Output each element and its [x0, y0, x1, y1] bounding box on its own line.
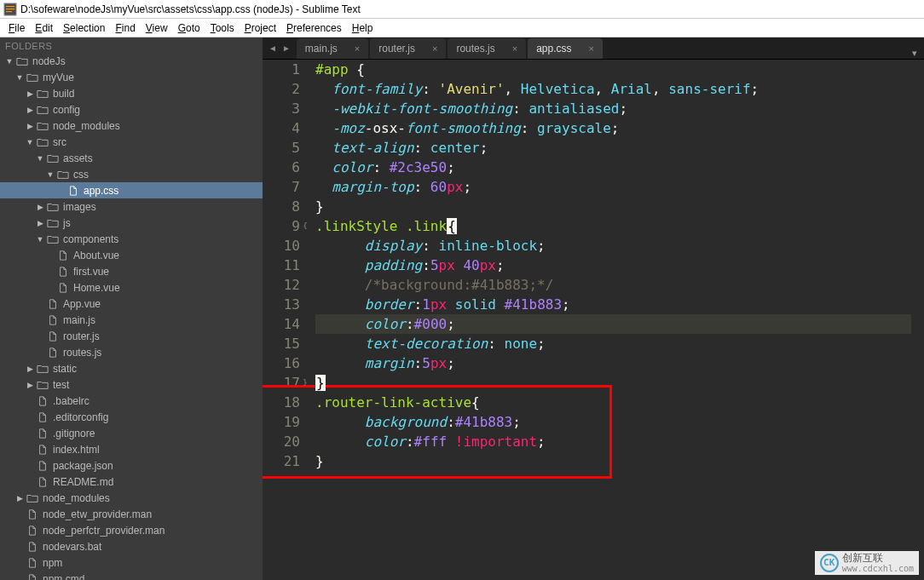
tree-folder-config[interactable]: ▶config: [0, 101, 263, 118]
tree-folder-images[interactable]: ▶images: [0, 198, 263, 215]
fold-marker-icon[interactable]: }: [300, 376, 310, 388]
tree-file-routes-js[interactable]: routes.js: [0, 344, 263, 360]
tree-folder-test[interactable]: ▶test: [0, 376, 263, 393]
code-line[interactable]: .router-link-active{: [315, 393, 911, 412]
tab-overflow-icon[interactable]: ▾: [905, 48, 924, 59]
code-line[interactable]: }: [315, 451, 911, 471]
tree-folder-build[interactable]: ▶build: [0, 85, 263, 101]
menu-selection[interactable]: Selection: [58, 20, 110, 36]
close-icon[interactable]: ×: [355, 43, 360, 54]
tree-file-npm[interactable]: npm: [0, 554, 263, 571]
folder-icon: [36, 121, 49, 131]
tab-app-css[interactable]: app.css×: [528, 38, 603, 59]
tree-file--babelrc[interactable]: .babelrc: [0, 393, 263, 409]
close-icon[interactable]: ×: [589, 43, 594, 54]
tree-arrow-icon[interactable]: ▼: [46, 170, 55, 179]
close-icon[interactable]: ×: [512, 43, 517, 54]
tree-arrow-icon[interactable]: ▶: [15, 494, 24, 502]
tree-folder-js[interactable]: ▶js: [0, 215, 263, 231]
tree-file-first-vue[interactable]: first.vue: [0, 263, 263, 279]
code-line[interactable]: color: #2c3e50;: [315, 158, 911, 177]
tab-next-icon[interactable]: ►: [280, 43, 293, 53]
watermark: CK 创新互联 www.cdcxhl.com: [815, 551, 919, 575]
tree-file--editorconfig[interactable]: .editorconfig: [0, 409, 263, 425]
code-line[interactable]: text-align: center;: [315, 138, 911, 158]
folder-icon: [56, 169, 70, 180]
code-line[interactable]: }: [315, 197, 911, 216]
tree-folder-nodejs[interactable]: ▼nodeJs: [0, 53, 263, 69]
tree-folder-components[interactable]: ▼components: [0, 231, 263, 247]
tree-arrow-icon[interactable]: ▼: [26, 138, 34, 146]
tree-file-app-css[interactable]: app.css: [0, 182, 263, 198]
tree-file-main-js[interactable]: main.js: [0, 312, 263, 328]
tree-file-package-json[interactable]: package.json: [0, 457, 263, 474]
tree-folder-node-modules[interactable]: ▶node_modules: [0, 118, 263, 134]
tree-folder-static[interactable]: ▶static: [0, 360, 263, 376]
code-line[interactable]: text-decoration: none;: [315, 334, 911, 353]
code-line[interactable]: margin-top: 60px;: [315, 177, 911, 197]
code-line[interactable]: }}: [315, 373, 911, 393]
tree-arrow-icon[interactable]: ▼: [36, 235, 44, 244]
tree-file-home-vue[interactable]: Home.vue: [0, 279, 263, 296]
tree-file-readme-md[interactable]: README.md: [0, 474, 263, 490]
tree-arrow-icon[interactable]: ▶: [26, 106, 34, 114]
tree-file-index-html[interactable]: index.html: [0, 441, 263, 457]
tree-arrow-icon[interactable]: ▶: [26, 365, 34, 373]
tree-file-node-perfctr-provider-man[interactable]: node_perfctr_provider.man: [0, 522, 263, 538]
tree-folder-src[interactable]: ▼src: [0, 134, 263, 150]
tab-routes-js[interactable]: routes.js×: [448, 38, 526, 59]
menu-goto[interactable]: Goto: [173, 20, 205, 36]
tree-file-npm-cmd[interactable]: npm.cmd: [0, 571, 263, 580]
code-line[interactable]: font-family: 'Avenir', Helvetica, Arial,…: [315, 79, 911, 99]
code-line[interactable]: color:#fff !important;: [315, 432, 911, 451]
tab-prev-icon[interactable]: ◄: [266, 43, 280, 53]
tree-arrow-icon[interactable]: ▶: [26, 381, 34, 389]
tree-file-app-vue[interactable]: App.vue: [0, 296, 263, 312]
menu-view[interactable]: View: [141, 20, 173, 36]
tree-arrow-icon[interactable]: ▶: [26, 89, 34, 98]
tree-arrow-icon[interactable]: ▼: [15, 73, 24, 82]
tree-arrow-icon[interactable]: ▶: [36, 219, 44, 227]
tree-arrow-icon[interactable]: ▼: [36, 154, 44, 163]
close-icon[interactable]: ×: [432, 43, 437, 54]
tree-folder-myvue[interactable]: ▼myVue: [0, 69, 263, 85]
menu-project[interactable]: Project: [240, 20, 281, 36]
code-line[interactable]: background:#41b883;: [315, 412, 911, 432]
code-line[interactable]: border:1px solid #41b883;: [315, 295, 911, 314]
tree-file-node-etw-provider-man[interactable]: node_etw_provider.man: [0, 506, 263, 522]
tree-file--gitignore[interactable]: .gitignore: [0, 425, 263, 441]
menu-help[interactable]: Help: [347, 20, 378, 36]
tree-file-router-js[interactable]: router.js: [0, 328, 263, 344]
code-area[interactable]: #app { font-family: 'Avenir', Helvetica,…: [309, 60, 911, 580]
code-line[interactable]: #app {: [315, 60, 911, 79]
code-line[interactable]: -webkit-font-smoothing: antialiased;: [315, 99, 911, 118]
code-line[interactable]: -moz-osx-font-smoothing: grayscale;: [315, 118, 911, 138]
fold-marker-icon[interactable]: {: [300, 220, 310, 232]
code-line[interactable]: color:#000;: [315, 314, 911, 334]
tree-folder-node-modules[interactable]: ▶node_modules: [0, 490, 263, 506]
tree-folder-assets[interactable]: ▼assets: [0, 150, 263, 166]
file-icon: [46, 331, 60, 342]
menu-find[interactable]: Find: [110, 20, 140, 36]
code-line[interactable]: padding:5px 40px;: [315, 256, 911, 275]
tab-main-js[interactable]: main.js×: [297, 38, 368, 59]
tree-arrow-icon[interactable]: ▶: [26, 122, 34, 130]
menu-file[interactable]: File: [3, 20, 30, 36]
code-editor[interactable]: 123456789101112131415161718192021 #app {…: [263, 60, 924, 580]
code-line[interactable]: {.linkStyle .link{: [315, 216, 911, 236]
menu-preferences[interactable]: Preferences: [281, 20, 347, 36]
code-line[interactable]: margin:5px;: [315, 353, 911, 373]
menu-edit[interactable]: Edit: [30, 20, 58, 36]
tree-arrow-icon[interactable]: ▶: [36, 203, 44, 211]
code-line[interactable]: display: inline-block;: [315, 236, 911, 256]
tab-router-js[interactable]: router.js×: [370, 38, 446, 59]
scrollbar[interactable]: [911, 60, 924, 580]
tree-arrow-icon[interactable]: ▼: [5, 57, 14, 66]
tree-file-nodevars-bat[interactable]: nodevars.bat: [0, 538, 263, 554]
sidebar[interactable]: FOLDERS ▼nodeJs▼myVue▶build▶config▶node_…: [0, 37, 263, 580]
code-line[interactable]: /*background:#41b883;*/: [315, 275, 911, 295]
tree-file-about-vue[interactable]: About.vue: [0, 247, 263, 263]
file-icon: [36, 428, 49, 439]
tree-folder-css[interactable]: ▼css: [0, 166, 263, 182]
menu-tools[interactable]: Tools: [205, 20, 240, 36]
